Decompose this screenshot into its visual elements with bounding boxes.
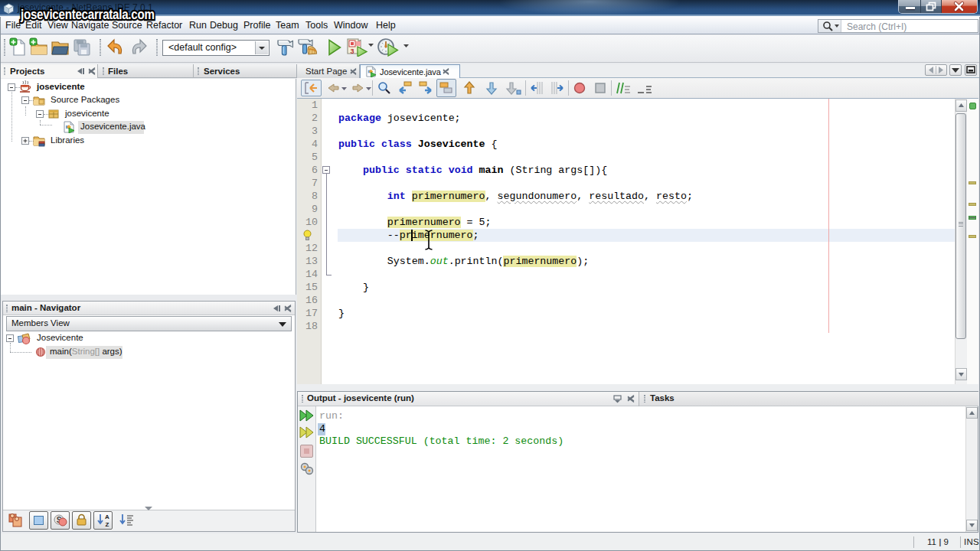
svg-text:A: A (105, 514, 109, 520)
svg-text:3: 3 (350, 47, 354, 55)
svg-text:Z: Z (106, 521, 109, 528)
